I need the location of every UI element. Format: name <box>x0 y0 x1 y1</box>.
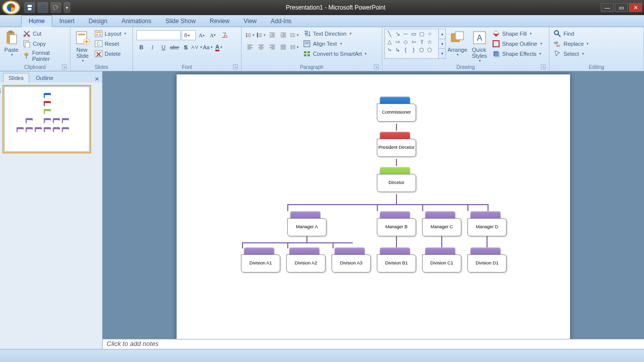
cut-button[interactable]: Cut <box>21 29 68 39</box>
convert-smartart-button[interactable]: Convert to SmartArt▾ <box>301 49 369 59</box>
shape-line-icon[interactable]: ╲ <box>386 30 393 37</box>
numbering-button[interactable]: 123▾ <box>256 30 266 40</box>
align-center-button[interactable] <box>256 42 266 52</box>
tab-animations[interactable]: Animations <box>114 16 158 27</box>
replace-button[interactable]: abacReplace▾ <box>551 39 591 49</box>
shape-rect-icon[interactable]: ▭ <box>410 30 417 37</box>
shape-brace2-icon[interactable]: } <box>410 46 417 53</box>
shape-line2-icon[interactable]: ─ <box>402 30 409 37</box>
shape-hex-icon[interactable]: ⬡ <box>418 46 425 53</box>
group-font: 8+ A▴ A▾ B I U abe S AV▾ Aa▾ A▾ Font↘ <box>133 27 242 71</box>
shape-star-icon[interactable]: ☆ <box>426 38 433 45</box>
tab-slideshow[interactable]: Slide Show <box>158 16 203 27</box>
shape-arrow-icon[interactable]: ↘ <box>394 30 401 37</box>
shape-conn2-icon[interactable]: ↳ <box>394 46 401 53</box>
qat-redo-icon[interactable] <box>50 2 61 13</box>
increase-indent-button[interactable] <box>278 30 288 40</box>
title-bar: ▾ Presentation1 - Microsoft PowerPoint —… <box>0 0 644 15</box>
shape-oval-icon[interactable]: ○ <box>426 30 433 37</box>
text-direction-button[interactable]: Text Direction▾ <box>301 29 369 39</box>
tab-home[interactable]: Home <box>21 15 52 27</box>
font-color-button[interactable]: A▾ <box>214 42 224 52</box>
panel-tab-outline[interactable]: Outline <box>30 73 59 82</box>
decrease-indent-button[interactable] <box>267 30 277 40</box>
italic-button[interactable]: I <box>147 42 157 52</box>
find-button[interactable]: Find <box>551 29 576 39</box>
line-spacing-button[interactable]: ▾ <box>289 30 299 40</box>
shape-diamond-icon[interactable]: ◇ <box>402 38 409 45</box>
shapes-gallery[interactable]: ╲↘─▭▢○ △⇨◇⇦⇧☆ ⤷↳{}⬡⬠ <box>384 29 439 59</box>
slide-canvas-area[interactable]: Commissioner President Dircetor Dircetor… <box>103 71 644 349</box>
shape-conn1-icon[interactable]: ⤷ <box>386 46 393 53</box>
svg-rect-6 <box>10 35 17 44</box>
shape-outline-button[interactable]: Shape Outline▾ <box>490 39 544 49</box>
maximize-button[interactable]: ▭ <box>615 3 628 12</box>
paste-button[interactable]: Paste▾ <box>2 29 21 57</box>
slide[interactable]: Commissioner President Dircetor Dircetor… <box>177 74 570 349</box>
align-text-button[interactable]: Align Text▾ <box>301 39 369 49</box>
arrange-button[interactable]: Arrange▾ <box>446 29 469 57</box>
shape-rrect-icon[interactable]: ▢ <box>418 30 425 37</box>
clear-formatting-button[interactable] <box>219 30 229 40</box>
format-painter-button[interactable]: Format Painter <box>21 49 68 63</box>
reset-button[interactable]: Reset <box>93 39 128 49</box>
grow-font-button[interactable]: A▴ <box>197 30 207 40</box>
svg-rect-38 <box>493 41 499 47</box>
underline-button[interactable]: U <box>158 42 169 52</box>
shape-rarrow-icon[interactable]: ⇨ <box>394 38 401 45</box>
drawing-dialog-launcher[interactable]: ↘ <box>541 64 546 69</box>
copy-button[interactable]: Copy <box>21 39 68 49</box>
svg-text:ac: ac <box>556 44 560 47</box>
qat-undo-icon[interactable] <box>37 2 48 13</box>
svg-rect-40 <box>495 52 500 57</box>
delete-button[interactable]: Delete <box>93 49 128 59</box>
clipboard-dialog-launcher[interactable]: ↘ <box>62 64 67 69</box>
align-right-button[interactable] <box>267 42 277 52</box>
qat-customize-icon[interactable]: ▾ <box>63 2 70 13</box>
tab-design[interactable]: Design <box>82 16 114 27</box>
window-title: Presentation1 - Microsoft PowerPoint <box>71 4 600 11</box>
ribbon: Paste▾ Cut Copy Format Painter Clipboard… <box>0 27 644 71</box>
notes-pane[interactable]: Click to add notes <box>103 339 644 349</box>
justify-button[interactable] <box>278 42 288 52</box>
layout-button[interactable]: Layout▾ <box>93 29 128 39</box>
select-button[interactable]: Select▾ <box>551 49 586 59</box>
align-left-button[interactable] <box>245 42 255 52</box>
shape-effects-button[interactable]: Shape Effects▾ <box>490 49 544 59</box>
ribbon-tabs: Home Insert Design Animations Slide Show… <box>0 15 644 27</box>
new-slide-button[interactable]: New Slide▾ <box>72 29 93 63</box>
shrink-font-button[interactable]: A▾ <box>208 30 218 40</box>
shape-fill-button[interactable]: Shape Fill▾ <box>490 29 544 39</box>
quick-styles-button[interactable]: A Quick Styles▾ <box>469 29 490 63</box>
font-dialog-launcher[interactable]: ↘ <box>233 64 238 69</box>
panel-close-icon[interactable]: ✕ <box>95 76 99 82</box>
office-button[interactable] <box>2 1 20 15</box>
font-name-input[interactable] <box>136 30 181 40</box>
workspace: Slides Outline ✕ 1 <box>0 71 644 349</box>
shape-uarrow-icon[interactable]: ⇧ <box>418 38 425 45</box>
bold-button[interactable]: B <box>136 42 146 52</box>
shape-brace-icon[interactable]: { <box>402 46 409 53</box>
change-case-button[interactable]: Aa▾ <box>203 42 213 52</box>
panel-tab-slides[interactable]: Slides <box>3 73 29 82</box>
shapes-gallery-scroll[interactable]: ▴▾▾ <box>439 29 446 59</box>
slide-thumbnail-1[interactable]: 1 <box>4 86 90 152</box>
shadow-button[interactable]: S <box>181 42 191 52</box>
tab-insert[interactable]: Insert <box>52 16 82 27</box>
font-size-input[interactable]: 8+ <box>182 30 196 40</box>
shape-tri-icon[interactable]: △ <box>386 38 393 45</box>
char-spacing-button[interactable]: AV▾ <box>192 42 202 52</box>
tab-review[interactable]: Review <box>203 16 236 27</box>
qat-save-icon[interactable] <box>24 2 35 13</box>
tab-view[interactable]: View <box>236 16 264 27</box>
bullets-button[interactable]: ▾ <box>245 30 255 40</box>
tab-addins[interactable]: Add-Ins <box>264 16 298 27</box>
columns-button[interactable]: ▾ <box>289 42 299 52</box>
strikethrough-button[interactable]: abe <box>170 42 180 52</box>
group-paragraph: ▾ 123▾ ▾ ▾ Text Direction▾ Align Text▾ <box>242 27 382 71</box>
paragraph-dialog-launcher[interactable]: ↘ <box>374 64 379 69</box>
close-button[interactable]: ✕ <box>629 3 642 12</box>
shape-pent-icon[interactable]: ⬠ <box>426 46 433 53</box>
shape-larrow-icon[interactable]: ⇦ <box>410 38 417 45</box>
minimize-button[interactable]: — <box>601 3 614 12</box>
